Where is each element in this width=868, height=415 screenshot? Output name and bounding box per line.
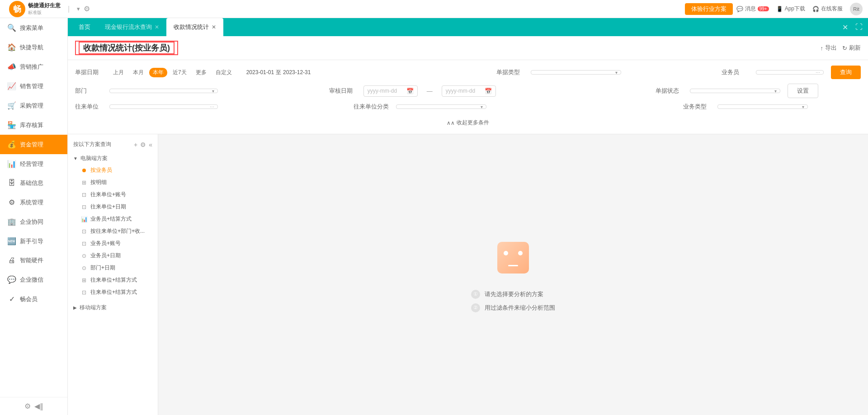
scheme-item-staff-date[interactable]: ⊙ 业务员+日期: [68, 250, 158, 262]
scheme-group-pc-header[interactable]: ▼ 电脑端方案: [68, 153, 158, 164]
dropdown-icon[interactable]: ▾: [77, 5, 80, 12]
sidebar-item-basic[interactable]: 🗄 基础信息: [0, 174, 67, 193]
user-avatar[interactable]: Rit: [850, 3, 863, 15]
tab-home[interactable]: 首页: [71, 23, 98, 31]
sidebar-item-finance[interactable]: 💰 资金管理: [0, 135, 67, 154]
staff-select[interactable]: [756, 70, 824, 75]
sidebar-label-system: 系统管理: [20, 198, 43, 207]
set-button[interactable]: 设置: [788, 84, 818, 98]
partner-classify-label: 往来单位分类: [354, 103, 389, 111]
app-download-label: App下载: [785, 5, 805, 13]
search-icon: 🔍: [7, 24, 16, 32]
date-tab-custom[interactable]: 自定义: [212, 68, 236, 77]
sidebar-item-member[interactable]: ✓ 畅会员: [0, 289, 67, 309]
type-select-wrapper[interactable]: ▾: [531, 70, 621, 75]
sidebar-footer: ⚙ ◀‖: [0, 397, 67, 415]
date-tab-more[interactable]: 更多: [192, 68, 210, 77]
scheme-item-staff-settle[interactable]: 📊 业务员+结算方式: [68, 213, 158, 225]
scheme-item-partner-account[interactable]: ⊡ 往来单位+账号: [68, 189, 158, 201]
partner-classify-select-wrapper[interactable]: ▾: [396, 104, 486, 109]
scheme-item-partner-settle-2[interactable]: ⊡ 往来单位+结算方式: [68, 286, 158, 298]
sidebar-item-wechat[interactable]: 💬 企业微信: [0, 270, 67, 289]
sidebar-item-sales[interactable]: 📈 销售管理: [0, 76, 67, 96]
maximize-window-btn[interactable]: ⛶: [854, 21, 864, 33]
scheme-settings-icon[interactable]: ⚙: [140, 141, 146, 148]
bill-status-select-wrapper[interactable]: ▾: [690, 89, 780, 93]
audit-to-input[interactable]: yyyy-mm-dd 📅: [442, 85, 496, 97]
date-to: 2023-12-31: [283, 69, 311, 75]
scheme-item-label-9: 往来单位+结算方式: [90, 276, 137, 284]
date-label: 单据日期: [75, 68, 102, 76]
tab-bank-flow-close[interactable]: ✕: [155, 24, 159, 30]
query-button[interactable]: 查询: [831, 66, 861, 79]
date-tab-this-year[interactable]: 本年: [149, 68, 167, 77]
refresh-btn[interactable]: ↻ 刷新: [842, 44, 861, 52]
download-icon: 📱: [776, 6, 783, 12]
scheme-item-label-8: 部门+日期: [90, 264, 115, 272]
scheme-add-icon[interactable]: +: [134, 141, 137, 148]
settings-footer-icon[interactable]: ⚙: [24, 402, 31, 410]
logo-version: 标准版: [28, 9, 61, 16]
sidebar-label-enterprise: 企业协同: [20, 218, 43, 226]
partner-select[interactable]: [109, 104, 218, 109]
logo-separator: |: [68, 5, 70, 13]
tab-collection-stat[interactable]: 收款情况统计 ✕: [166, 18, 223, 36]
dept-select-wrapper[interactable]: ▾: [109, 89, 218, 93]
sidebar-item-hardware[interactable]: 🖨 智能硬件: [0, 251, 67, 270]
biz-type-select[interactable]: [717, 104, 808, 109]
settings-icon[interactable]: ⚙: [84, 5, 90, 13]
online-service-btn[interactable]: 🎧 在线客服: [812, 5, 843, 13]
top-header-left: 畅 畅捷通好生意 标准版 | ▾ ⚙: [5, 0, 681, 21]
scheme-item-icon-6: ⊡: [80, 241, 88, 247]
scheme-item-staff-account[interactable]: ⊡ 业务员+账号: [68, 237, 158, 250]
scheme-item-dept-date[interactable]: ⊙ 部门+日期: [68, 262, 158, 274]
scheme-item-label-3: 往来单位+日期: [90, 203, 126, 211]
audit-from-input[interactable]: yyyy-mm-dd 📅: [363, 85, 418, 97]
close-window-btn[interactable]: ✕: [840, 21, 850, 33]
tab-bank-flow[interactable]: 现金银行流水查询 ✕: [98, 18, 166, 36]
date-tab-this-month[interactable]: 本月: [129, 68, 147, 77]
scheme-group-mobile-header[interactable]: ▶ 移动端方案: [68, 302, 158, 313]
type-select[interactable]: [531, 70, 621, 75]
messages-btn[interactable]: 💬 消息 99+: [736, 5, 769, 13]
money-icon: 💰: [7, 140, 16, 149]
bill-status-select[interactable]: [690, 89, 780, 93]
export-btn[interactable]: ↑ 导出: [821, 44, 837, 52]
scheme-item-label-0: 按业务员: [90, 166, 112, 174]
sidebar-item-guide[interactable]: 🆕 新手引导: [0, 231, 67, 251]
scheme-item-label-10: 往来单位+结算方式: [90, 288, 137, 296]
scheme-item-partner-date[interactable]: ⊡ 往来单位+日期: [68, 201, 158, 213]
sidebar-item-marketing[interactable]: 📣 营销推广: [0, 57, 67, 76]
biz-type-select-wrapper[interactable]: ▾: [717, 104, 808, 109]
app-download-btn[interactable]: 📱 App下载: [776, 5, 805, 13]
date-tab-7days[interactable]: 近7天: [169, 68, 190, 77]
date-tab-last-month[interactable]: 上月: [109, 68, 127, 77]
empty-state: ① 请先选择要分析的方案 ② 用过滤条件来缩小分析范围: [471, 237, 555, 312]
sidebar-item-inventory[interactable]: 🏪 库存核算: [0, 115, 67, 135]
sidebar-item-purchase[interactable]: 🛒 采购管理: [0, 96, 67, 115]
robot-body: [497, 242, 529, 274]
partner-classify-select[interactable]: [396, 104, 486, 109]
warehouse-icon: 🏪: [7, 121, 16, 129]
pc-group-label: 电脑端方案: [80, 155, 108, 162]
scheme-collapse-icon[interactable]: «: [149, 141, 152, 148]
sidebar-item-system[interactable]: ⚙ 系统管理: [0, 193, 67, 212]
sidebar-item-operation[interactable]: 📊 经营管理: [0, 154, 67, 174]
scheme-item-partner-dept-recv[interactable]: ⊡ 按往来单位+部门+收...: [68, 225, 158, 237]
tab-collection-stat-close[interactable]: ✕: [212, 24, 216, 30]
partner-select-wrapper[interactable]: ⋯: [109, 104, 218, 109]
sidebar-item-shortcut[interactable]: 🏠 快捷导航: [0, 38, 67, 57]
collapse-sidebar-icon[interactable]: ◀‖: [34, 402, 43, 410]
scheme-item-label-6: 业务员+账号: [90, 240, 121, 247]
sidebar-item-search[interactable]: 🔍 搜索菜单: [0, 18, 67, 38]
scheme-panel: 按以下方案查询 + ⚙ « ▼ 电脑端方案: [68, 134, 158, 415]
scheme-item-partner-settle-1[interactable]: ⊞ 往来单位+结算方式: [68, 274, 158, 286]
staff-select-wrapper[interactable]: ⋯: [756, 70, 824, 75]
collapse-button[interactable]: ∧∧ 收起更多条件: [447, 119, 489, 127]
scheme-item-by-staff[interactable]: 按业务员: [68, 164, 158, 176]
sidebar-label-sales: 销售管理: [20, 82, 43, 90]
dept-select[interactable]: [109, 89, 218, 93]
trial-button[interactable]: 体验行业方案: [685, 3, 733, 15]
sidebar-item-enterprise[interactable]: 🏢 企业协同: [0, 212, 67, 231]
scheme-item-by-detail[interactable]: ⊞ 按明细: [68, 176, 158, 189]
